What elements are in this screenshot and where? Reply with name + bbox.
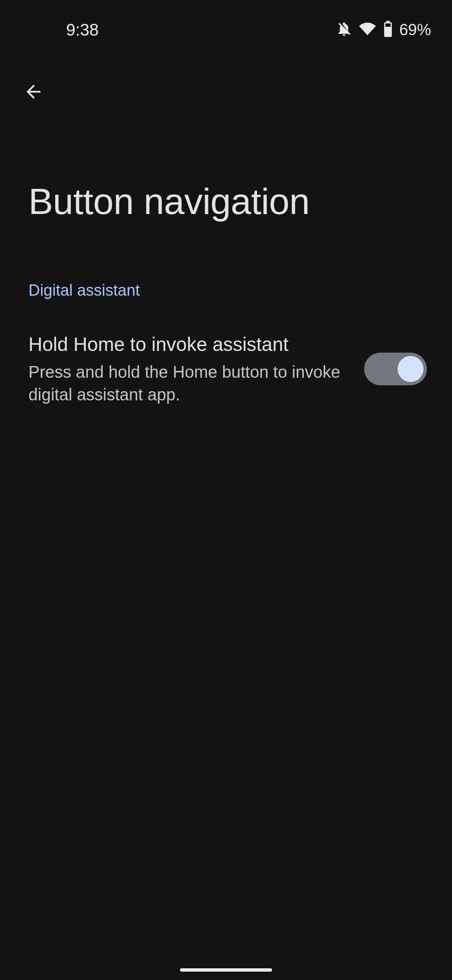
back-button[interactable] [21, 80, 46, 105]
setting-text-container: Hold Home to invoke assistant Press and … [28, 332, 364, 406]
page-title: Button navigation [0, 117, 452, 256]
dnd-off-icon [336, 21, 352, 39]
toggle-thumb [398, 356, 424, 382]
battery-percent-label: 69% [399, 21, 431, 39]
toggle-hold-home-assistant[interactable] [364, 353, 427, 385]
setting-description: Press and hold the Home button to invoke… [28, 361, 347, 406]
status-time: 9:38 [66, 21, 99, 39]
section-digital-assistant: Digital assistant Hold Home to invoke as… [0, 256, 452, 422]
status-icons: 69% [336, 21, 431, 39]
svg-rect-1 [385, 27, 390, 36]
gesture-navigation-bar[interactable] [180, 968, 272, 972]
status-bar: 9:38 69% [0, 0, 452, 42]
setting-title: Hold Home to invoke assistant [28, 332, 347, 357]
battery-icon [383, 21, 393, 39]
section-header-digital-assistant: Digital assistant [0, 256, 452, 316]
wifi-icon [358, 21, 377, 39]
arrow-back-icon [23, 81, 44, 103]
app-bar [0, 42, 452, 117]
setting-hold-home-assistant[interactable]: Hold Home to invoke assistant Press and … [0, 316, 452, 422]
